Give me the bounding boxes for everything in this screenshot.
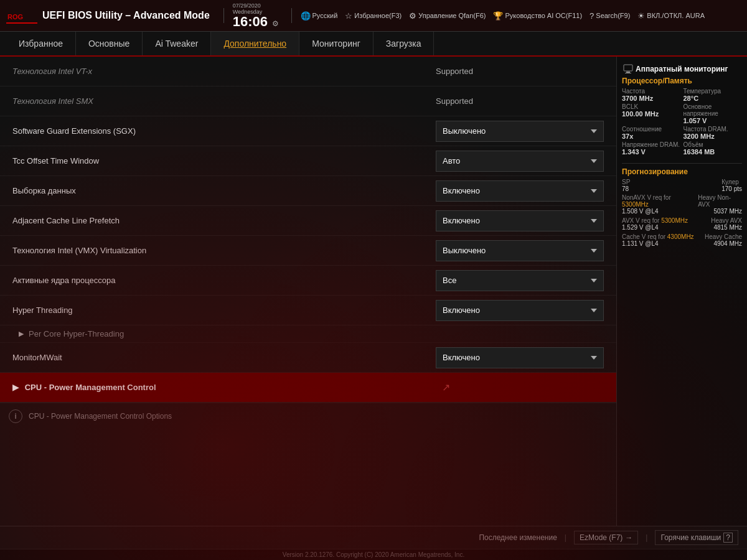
ht-dropdown-text: Включено xyxy=(443,306,480,315)
ratio-label: Соотношение xyxy=(622,126,681,133)
temp-value: 28°C xyxy=(684,95,743,102)
cpu-power-cursor: ↗ xyxy=(436,381,610,393)
tab-boot[interactable]: Загрузка xyxy=(374,32,435,55)
prognoz-sp-row: SP 78 Кулер 170 pts xyxy=(622,179,742,192)
active-cores-dropdown-text: Все xyxy=(443,276,456,285)
nonavx-label: NonAVX V req for 5300MHz xyxy=(622,194,698,208)
vmx-value-wrap: Выключено xyxy=(436,240,610,261)
trophy-icon: 🏆 xyxy=(493,11,503,21)
aura-tool[interactable]: ☀ ВКЛ./ОТКЛ. AURA xyxy=(637,11,705,21)
nav-tabs: Избранное Основные Ai Tweaker Дополнител… xyxy=(0,32,747,57)
active-cores-dropdown[interactable]: Все xyxy=(436,270,604,291)
bios-title: UEFI BIOS Utility – Advanced Mode xyxy=(42,10,210,21)
cache-prefetch-value-wrap: Включено xyxy=(436,210,610,231)
cpu-power-mgmt-label: ▶ CPU - Power Management Control xyxy=(6,378,436,397)
avx-volt: 1.529 V @L4 xyxy=(622,224,659,231)
cache-prefetch-dropdown[interactable]: Включено xyxy=(436,210,604,231)
bclk-label: BCLK xyxy=(622,103,681,110)
tab-advanced[interactable]: Дополнительно xyxy=(211,32,299,55)
prognoz-title: Прогнозирование xyxy=(622,167,742,176)
arrow-icon: ▶ xyxy=(19,330,24,338)
svg-text:ROG: ROG xyxy=(7,13,23,21)
tab-main[interactable]: Основные xyxy=(76,32,143,55)
search-tool[interactable]: ? Search(F9) xyxy=(590,11,630,21)
tcc-dropdown-arrow xyxy=(591,159,597,163)
nonavx-volt: 1.508 V @L4 xyxy=(622,208,659,215)
separator2: | xyxy=(646,533,647,542)
cache-prefetch-dropdown-arrow xyxy=(591,219,597,223)
sgx-label: Software Guard Extensions (SGX) xyxy=(6,121,436,141)
data-prefetch-dropdown-text: Включено xyxy=(443,186,480,195)
hotkeys-label: Горячие клавиши xyxy=(660,533,721,542)
per-core-ht-row[interactable]: ▶ Per Core Hyper-Threading xyxy=(0,325,616,343)
bottom-bar: Последнее изменение | EzMode (F7) → | Го… xyxy=(0,526,747,549)
vmx-row: Технология Intel (VMX) Virtualization Вы… xyxy=(0,236,616,266)
svg-rect-3 xyxy=(624,65,632,71)
cache-prefetch-row: Adjacent Cache Line Prefetch Включено xyxy=(0,206,616,236)
last-change-label: Последнее изменение xyxy=(479,533,557,542)
avx-type: Heavy AVX xyxy=(711,217,742,224)
vmx-dropdown-arrow xyxy=(591,249,597,253)
info-label: CPU - Power Management Control Options xyxy=(29,412,172,421)
ratio-value: 37x xyxy=(622,133,681,140)
tab-monitor[interactable]: Мониторинг xyxy=(299,32,374,55)
sgx-row: Software Guard Extensions (SGX) Выключен… xyxy=(0,116,616,146)
gear-icon[interactable]: ⚙ xyxy=(272,19,279,28)
avx-label: AVX V req for 5300MHz xyxy=(622,217,688,224)
tcc-dropdown[interactable]: Авто xyxy=(436,151,604,172)
sgx-dropdown-arrow xyxy=(591,129,597,133)
nonavx-freq: 5037 MHz xyxy=(713,208,742,215)
time-label: 16:06 xyxy=(233,14,268,29)
monitor-mwait-dropdown[interactable]: Включено xyxy=(436,347,604,368)
monitor-mwait-dropdown-text: Включено xyxy=(443,353,480,362)
avx-block: AVX V req for 5300MHz Heavy AVX 1.529 V … xyxy=(622,217,742,231)
monitor-mwait-row: MonitorMWait Включено xyxy=(0,343,616,373)
vmx-dropdown[interactable]: Выключено xyxy=(436,240,604,261)
data-prefetch-dropdown[interactable]: Включено xyxy=(436,180,604,202)
cpu-power-mgmt-row[interactable]: ▶ CPU - Power Management Control ↗ xyxy=(0,373,616,403)
aioc-tool[interactable]: 🏆 Руководство AI OC(F11) xyxy=(493,11,582,21)
language-tool[interactable]: 🌐 Русский xyxy=(301,11,338,21)
ht-dropdown[interactable]: Включено xyxy=(436,300,604,321)
favorites-tool[interactable]: ☆ Избранное(F3) xyxy=(345,11,402,21)
svg-rect-5 xyxy=(625,73,631,73)
ez-mode-button[interactable]: EzMode (F7) → xyxy=(574,531,638,544)
version-bar: Version 2.20.1276. Copyright (C) 2020 Am… xyxy=(0,549,747,560)
version-text: Version 2.20.1276. Copyright (C) 2020 Am… xyxy=(283,551,464,558)
aura-label: ВКЛ./ОТКЛ. AURA xyxy=(647,12,705,19)
top-bar: ROG UEFI BIOS Utility – Advanced Mode 07… xyxy=(0,0,747,32)
dram-freq-value: 3200 MHz xyxy=(684,133,743,140)
svg-rect-4 xyxy=(626,72,630,73)
ht-row: Hyper Threading Включено xyxy=(0,296,616,325)
cache-block: Cache V req for 4300MHz Heavy Cache 1.13… xyxy=(622,233,742,247)
qfan-label: Управление Qfan(F6) xyxy=(418,12,486,19)
ez-mode-icon: → xyxy=(625,533,632,542)
cache-freq: 4904 MHz xyxy=(713,240,742,247)
vmx-dropdown-text: Выключено xyxy=(443,246,486,255)
tcc-value-wrap: Авто xyxy=(436,151,610,172)
hotkeys-button[interactable]: Горячие клавиши ? xyxy=(655,530,738,545)
question-icon: ? xyxy=(590,11,594,21)
tab-ai-tweaker[interactable]: Ai Tweaker xyxy=(143,32,211,55)
smx-row: Технология Intel SMX Supported xyxy=(0,86,616,116)
qfan-tool[interactable]: ⚙ Управление Qfan(F6) xyxy=(409,11,486,21)
favorites-label: Избранное(F3) xyxy=(354,12,402,19)
globe-icon: 🌐 xyxy=(301,11,311,21)
datetime-block: 07/29/2020Wednesday 16:06 ⚙ xyxy=(233,2,283,29)
volt-value: 1.057 V xyxy=(684,117,743,124)
cooler-label: Кулер xyxy=(721,179,742,185)
sgx-dropdown-text: Выключено xyxy=(443,126,486,136)
cache-prefetch-label: Adjacent Cache Line Prefetch xyxy=(6,211,436,230)
data-prefetch-label: Выборка данных xyxy=(6,181,436,200)
hw-monitor-title: Аппаратный мониторинг xyxy=(622,62,742,75)
divider2 xyxy=(291,8,292,23)
ht-label: Hyper Threading xyxy=(6,301,436,320)
cache-prefetch-dropdown-text: Включено xyxy=(443,216,480,225)
avx-freq: 4815 MHz xyxy=(713,224,742,231)
tab-favorites[interactable]: Избранное xyxy=(6,32,76,55)
volt-label: Основное напряжение xyxy=(684,103,743,117)
search-label: Search(F9) xyxy=(596,12,630,19)
dram-volt-label: Напряжение DRAM. xyxy=(622,141,681,148)
dram-volt-value: 1.343 V xyxy=(622,148,681,156)
sgx-dropdown[interactable]: Выключено xyxy=(436,121,604,142)
